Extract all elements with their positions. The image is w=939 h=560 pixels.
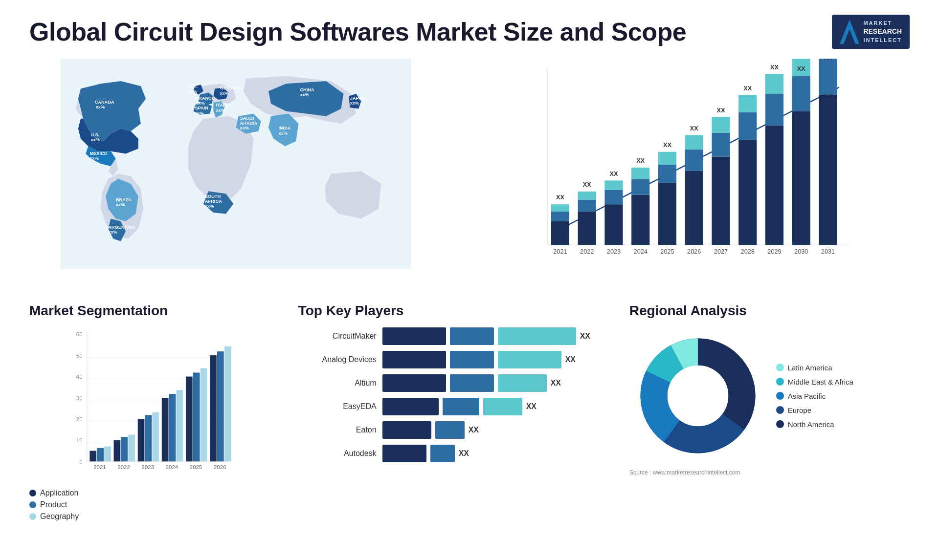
legend-europe: Europe: [776, 406, 853, 414]
bar-light-2: [498, 351, 561, 368]
southafrica-label2: AFRICA: [205, 199, 222, 204]
seg-legend: Application Product Geography: [29, 489, 279, 521]
y60: 60: [76, 332, 83, 338]
key-players-title: Top Key Players: [298, 303, 610, 319]
y10: 10: [76, 438, 83, 444]
svg-rect-47: [89, 451, 96, 462]
y20: 20: [76, 416, 83, 422]
segmentation-title: Market Segmentation: [29, 303, 279, 319]
bar-dark-5: [382, 421, 431, 439]
y0: 0: [79, 459, 82, 465]
brazil-value: xx%: [116, 202, 125, 207]
svg-rect-56: [162, 398, 169, 461]
svg-rect-10: [578, 212, 596, 245]
seg-2022: 2022: [117, 465, 130, 471]
svg-rect-16: [631, 195, 649, 245]
product-dot: [29, 501, 36, 508]
regional-title: Regional Analysis: [629, 303, 910, 319]
year-2027: 2027: [714, 248, 728, 255]
svg-rect-53: [138, 419, 145, 462]
xx-label-2024: XX: [636, 157, 645, 165]
regional-section: Regional Analysis: [629, 303, 910, 523]
year-2022: 2022: [580, 248, 594, 255]
player-bar-easyeda: XX: [382, 398, 610, 415]
japan-value: xx%: [350, 101, 359, 106]
legend-asia-pacific: Asia Pacific: [776, 392, 853, 400]
uk-label: U.K.: [188, 84, 197, 89]
uk-value: xx%: [188, 89, 197, 94]
svg-rect-33: [765, 74, 783, 94]
bar-mid-2: [450, 351, 494, 368]
label-asia-pacific: Asia Pacific: [788, 392, 826, 400]
player-name-altium: Altium: [298, 379, 377, 388]
player-xx-4: XX: [526, 402, 537, 411]
svg-rect-28: [738, 140, 757, 245]
logo-box: MARKET RESEARCH INTELLECT: [832, 15, 910, 49]
key-players-section: Top Key Players CircuitMaker XX Analog D…: [298, 303, 610, 523]
bar-dark-6: [382, 445, 426, 462]
player-bar-altium: XX: [382, 374, 610, 392]
saudi-value: xx%: [240, 126, 249, 131]
argentina-label: ARGENTINA: [108, 225, 135, 230]
label-mea: Middle East & Africa: [788, 378, 853, 386]
svg-rect-52: [128, 435, 135, 462]
france-value: xx%: [196, 101, 204, 106]
xx-label-2021: XX: [556, 194, 564, 201]
seg-2021: 2021: [93, 465, 106, 471]
svg-rect-61: [201, 368, 207, 462]
dot-asia-pacific: [776, 392, 784, 400]
bar-light-4: [483, 398, 522, 415]
label-north-america: North America: [788, 420, 834, 429]
us-value: xx%: [90, 137, 99, 142]
player-name-circuitmaker: CircuitMaker: [298, 332, 377, 341]
y40: 40: [76, 374, 83, 380]
canada-label: CANADA: [95, 100, 114, 105]
player-bar-circuitmaker: XX: [382, 327, 610, 345]
bar-dark-3: [382, 374, 446, 392]
player-row-circuitmaker: CircuitMaker XX: [298, 327, 610, 345]
player-name-autodesk: Autodesk: [298, 449, 377, 458]
svg-rect-25: [712, 157, 730, 245]
svg-rect-26: [712, 133, 730, 157]
svg-rect-49: [104, 447, 111, 462]
player-name-eaton: Eaton: [298, 426, 377, 434]
svg-rect-27: [712, 117, 730, 133]
germany-value: xx%: [220, 91, 229, 96]
svg-rect-62: [210, 356, 217, 462]
mexico-label: MEXICO: [89, 151, 107, 156]
svg-rect-57: [169, 394, 176, 461]
label-latin-america: Latin America: [788, 364, 832, 372]
france-label: FRANCE: [196, 96, 214, 101]
xx-label-2028: XX: [743, 85, 752, 92]
spain-label: SPAIN: [195, 106, 208, 111]
year-2031: 2031: [821, 248, 835, 255]
xx-label-2026: XX: [690, 125, 698, 132]
svg-rect-54: [145, 415, 152, 462]
bar-chart-svg: XX XX XX XX XX: [462, 59, 910, 274]
player-xx-6: XX: [459, 449, 469, 458]
svg-rect-63: [217, 352, 224, 462]
seg-2025: 2025: [190, 465, 202, 471]
svg-rect-24: [685, 135, 703, 150]
player-row-autodesk: Autodesk XX: [298, 445, 610, 462]
japan-label: JAPAN: [350, 96, 365, 101]
svg-rect-50: [114, 440, 121, 461]
year-2028: 2028: [740, 248, 754, 255]
player-xx-1: XX: [580, 332, 590, 341]
southafrica-value: xx%: [205, 204, 214, 209]
player-xx-2: XX: [565, 355, 576, 364]
svg-rect-34: [792, 111, 810, 245]
xx-label-2027: XX: [716, 107, 725, 114]
world-map-svg: CANADA xx% U.S. xx% MEXICO xx% BRAZIL xx…: [29, 59, 443, 269]
xx-label-2031: XX: [824, 59, 832, 61]
year-2029: 2029: [767, 248, 781, 255]
bar-mid-6: [430, 445, 455, 462]
svg-rect-51: [121, 437, 128, 461]
legend-product: Product: [29, 500, 279, 509]
xx-label-2023: XX: [609, 170, 618, 177]
geography-dot: [29, 513, 36, 520]
product-label: Product: [40, 500, 67, 509]
main-content: CANADA xx% U.S. xx% MEXICO xx% BRAZIL xx…: [0, 59, 939, 293]
bar-mid-4: [443, 398, 479, 415]
logo-area: MARKET RESEARCH INTELLECT: [832, 15, 910, 49]
